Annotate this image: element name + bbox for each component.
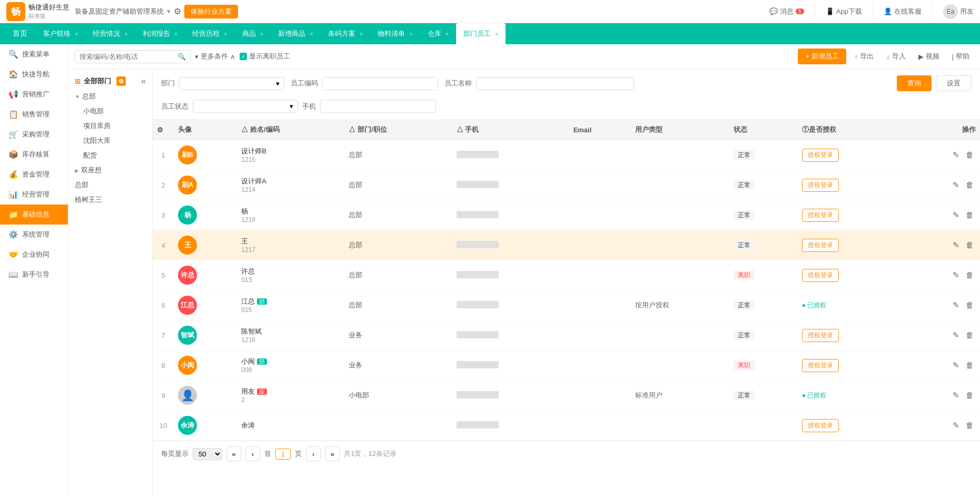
sidebar-item-stock[interactable]: 📦 库存核算 xyxy=(0,144,68,164)
phone-input[interactable] xyxy=(320,100,436,113)
auth-login-btn[interactable]: 授权登录 xyxy=(802,239,839,252)
gear-icon[interactable]: ⚙ xyxy=(174,6,181,16)
col-settings[interactable]: ⚙ xyxy=(153,120,174,140)
last-page-btn[interactable]: » xyxy=(325,446,340,461)
edit-btn[interactable]: ✎ xyxy=(951,149,962,161)
delete-btn[interactable]: 🗑 xyxy=(964,329,976,341)
nav-tab-goods[interactable]: 商品 × xyxy=(235,23,271,44)
nav-tab-operation[interactable]: 经营情况 × xyxy=(85,23,135,44)
dept-collapse-icon[interactable]: « xyxy=(141,76,146,86)
dept-item-zongbu[interactable]: ▼ 总部 xyxy=(68,89,152,104)
edit-btn[interactable]: ✎ xyxy=(951,179,962,191)
close-icon[interactable]: × xyxy=(409,31,412,37)
message-action[interactable]: 💬 消息 5 xyxy=(769,7,804,16)
close-icon[interactable]: × xyxy=(174,31,177,37)
dept-select[interactable]: ▾ xyxy=(179,77,284,90)
sidebar-item-operation[interactable]: 📊 经营管理 xyxy=(0,184,68,205)
sidebar-item-quicknav[interactable]: 🏠 快捷导航 xyxy=(0,64,68,84)
page-size-select[interactable]: 50 100 xyxy=(193,448,222,460)
close-icon[interactable]: × xyxy=(446,31,449,37)
help-btn[interactable]: | 帮助 xyxy=(948,50,974,63)
edit-btn[interactable]: ✎ xyxy=(951,209,962,221)
import-btn[interactable]: ↓ 导入 xyxy=(882,50,910,63)
nav-tab-home[interactable]: 首页 xyxy=(4,23,36,44)
next-page-btn[interactable]: › xyxy=(306,446,321,461)
edit-btn[interactable]: ✎ xyxy=(951,239,962,251)
nav-tab-barcode[interactable]: 条码方案 × xyxy=(321,23,370,44)
app-download-action[interactable]: 📱 App下载 xyxy=(826,7,862,16)
dept-item-shuangzuoxiang[interactable]: ▶ 双座想 xyxy=(68,163,152,178)
col-name[interactable]: △ 姓名/编码 xyxy=(237,120,344,140)
edit-btn[interactable]: ✎ xyxy=(951,269,962,281)
close-icon[interactable]: × xyxy=(360,31,363,37)
show-resigned-check[interactable]: ✓ 显示离职员工 xyxy=(240,52,290,61)
auth-login-btn[interactable]: 授权登录 xyxy=(802,209,839,222)
delete-btn[interactable]: 🗑 xyxy=(964,149,976,160)
search-bar[interactable]: 🔍 xyxy=(75,50,191,63)
delete-btn[interactable]: 🗑 xyxy=(964,299,976,310)
nav-tab-warehouse[interactable]: 仓库 × xyxy=(420,23,456,44)
edit-btn[interactable]: ✎ xyxy=(951,299,962,311)
delete-btn[interactable]: 🗑 xyxy=(964,209,976,220)
nav-tab-addgoods[interactable]: 新增商品 × xyxy=(271,23,320,44)
close-icon[interactable]: × xyxy=(495,31,498,37)
nav-tab-customer[interactable]: 客户联络 × xyxy=(36,23,85,44)
nav-tab-history[interactable]: 经营历程 × xyxy=(185,23,234,44)
sidebar-item-finance[interactable]: 💰 资金管理 xyxy=(0,164,68,184)
user-action[interactable]: Ea 用友 xyxy=(943,4,974,19)
edit-btn[interactable]: ✎ xyxy=(951,359,962,371)
auth-login-btn[interactable]: 授权登录 xyxy=(802,269,839,282)
col-dept[interactable]: △ 部门/职位 xyxy=(344,120,452,140)
delete-btn[interactable]: 🗑 xyxy=(964,359,976,371)
query-button[interactable]: 查询 xyxy=(897,75,932,91)
close-icon[interactable]: × xyxy=(224,31,227,37)
first-page-btn[interactable]: « xyxy=(226,446,241,461)
delete-btn[interactable]: 🗑 xyxy=(964,420,976,431)
auth-login-btn[interactable]: 授权登录 xyxy=(802,419,839,432)
sidebar-item-basic[interactable]: 📁 基础信息 xyxy=(0,205,68,225)
search-input[interactable] xyxy=(80,53,174,61)
delete-btn[interactable]: 🗑 xyxy=(964,239,976,250)
close-icon[interactable]: × xyxy=(310,31,313,37)
auth-login-btn[interactable]: 授权登录 xyxy=(802,329,839,342)
emp-code-input[interactable] xyxy=(322,77,438,90)
sidebar-item-enterprise[interactable]: 🤝 企业协同 xyxy=(0,245,68,265)
prev-page-btn[interactable]: ‹ xyxy=(245,446,260,461)
auth-login-btn[interactable]: 授权登录 xyxy=(802,359,839,372)
sidebar-item-sales[interactable]: 📋 销售管理 xyxy=(0,104,68,124)
export-btn[interactable]: ↑ 导出 xyxy=(850,50,878,63)
nav-tab-profit[interactable]: 利润报告 × xyxy=(135,23,185,44)
delete-btn[interactable]: 🗑 xyxy=(964,269,976,280)
edit-btn[interactable]: ✎ xyxy=(951,390,962,401)
dept-item-peihuo[interactable]: 配货 xyxy=(68,148,152,163)
delete-btn[interactable]: 🗑 xyxy=(964,179,976,190)
sidebar-item-purchase[interactable]: 🛒 采购管理 xyxy=(0,124,68,144)
nav-tab-bom[interactable]: 物料清单 × xyxy=(370,23,420,44)
add-employee-button[interactable]: + 新增员工 xyxy=(798,48,846,64)
dept-settings-icon[interactable]: ⚙ xyxy=(116,76,126,86)
delete-btn[interactable]: 🗑 xyxy=(964,390,976,401)
trial-button[interactable]: 体验行业方案 xyxy=(184,5,238,18)
dept-item-xiaodianbu[interactable]: 小电部 xyxy=(68,104,152,119)
close-icon[interactable]: × xyxy=(75,31,78,37)
nav-tab-employees[interactable]: 部门员工 × xyxy=(456,23,506,44)
auth-login-btn[interactable]: 授权登录 xyxy=(802,149,839,162)
auth-login-btn[interactable]: 授权登录 xyxy=(802,179,839,192)
dept-item-zhishuwangsan[interactable]: 植树王三 xyxy=(68,192,152,207)
dept-item-zongbu2[interactable]: 总部 xyxy=(68,178,152,192)
service-action[interactable]: 👤 在线客服 xyxy=(884,7,922,16)
edit-btn[interactable]: ✎ xyxy=(951,420,962,431)
sidebar-item-marketing[interactable]: 📢 营销推广 xyxy=(0,84,68,104)
emp-name-input[interactable] xyxy=(476,77,634,90)
close-icon[interactable]: × xyxy=(124,31,127,37)
sidebar-item-search[interactable]: 🔍 搜索菜单 xyxy=(0,44,68,64)
filter-more-btn[interactable]: ▾ 更多条件 ∧ xyxy=(195,52,235,61)
status-select[interactable]: ▾ xyxy=(193,100,298,113)
current-page[interactable]: 1 xyxy=(275,449,291,460)
dept-item-xiangmukufang[interactable]: 项目库房 xyxy=(68,119,152,133)
sys-title-dropdown-icon[interactable]: ▾ xyxy=(167,7,171,15)
video-btn[interactable]: ▶ 视频 xyxy=(914,50,944,63)
set-button[interactable]: 设置 xyxy=(936,75,972,91)
col-phone[interactable]: △ 手机 xyxy=(452,120,569,140)
sidebar-item-guide[interactable]: 📖 新手引导 xyxy=(0,265,68,285)
